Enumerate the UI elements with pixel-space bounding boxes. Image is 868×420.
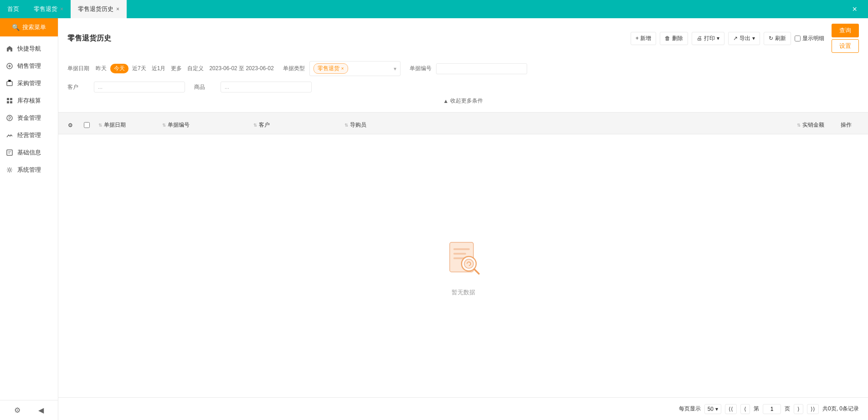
sidebar-item-basic-info[interactable]: 基础信息	[0, 144, 58, 161]
svg-rect-10	[453, 248, 470, 250]
svg-rect-2	[7, 98, 9, 100]
settings-icon[interactable]: ⚙	[14, 406, 21, 415]
voucher-no-label: 单据编号	[410, 65, 432, 72]
sidebar-item-purchase[interactable]: 采购管理	[0, 75, 58, 92]
first-page-button[interactable]: ⟨⟨	[725, 404, 737, 414]
print-icon: 🖨	[697, 35, 702, 41]
voucher-type-tag: 零售退货 ×	[313, 63, 348, 74]
goods-select[interactable]: ...	[221, 82, 312, 92]
next-page-button[interactable]: ⟩	[794, 404, 803, 414]
operation-icon	[5, 131, 14, 139]
export-button[interactable]: ↗ 导出 ▾	[728, 32, 760, 45]
date-option-more[interactable]: 更多	[169, 64, 184, 73]
customer-select[interactable]: ...	[94, 82, 185, 92]
sidebar-item-inventory[interactable]: 库存核算	[0, 92, 58, 109]
select-all-checkbox[interactable]	[84, 122, 90, 128]
voucher-no-filter: 单据编号	[410, 63, 527, 74]
page-size-dropdown-icon: ▾	[715, 406, 718, 412]
search-icon: 🔍	[12, 24, 20, 31]
close-tab-retail-return-history[interactable]: ×	[116, 6, 119, 12]
finance-icon	[5, 114, 14, 122]
sidebar-search[interactable]: 🔍 搜索菜单	[0, 18, 58, 36]
setting-button[interactable]: 设置	[832, 39, 859, 53]
top-bar: 首页 零售退货 × 零售退货历史 × ×	[0, 0, 868, 18]
svg-rect-11	[453, 253, 466, 255]
date-filter: 单据日期 昨天 今天 近7天 近1月 更多 自定义 2023-06-02 至 2…	[67, 64, 274, 73]
date-option-yesterday[interactable]: 昨天	[94, 64, 108, 73]
empty-text: 暂无数据	[452, 288, 475, 297]
query-button[interactable]: 查询	[832, 24, 859, 37]
th-operation: 操作	[828, 121, 864, 129]
voucher-type-label: 单据类型	[283, 65, 306, 72]
last-page-button[interactable]: ⟩⟩	[807, 404, 819, 414]
date-option-custom[interactable]: 自定义	[185, 64, 205, 73]
print-button[interactable]: 🖨 打印 ▾	[692, 32, 724, 45]
prev-page-button[interactable]: ⟨	[740, 404, 750, 414]
voucher-type-filter: 单据类型 零售退货 × ▾	[283, 61, 401, 76]
delete-button[interactable]: 🗑 删除	[660, 32, 688, 45]
th-amount[interactable]: ⇅ 实销金额	[432, 121, 828, 129]
th-settings[interactable]: ⚙	[62, 122, 78, 128]
new-button[interactable]: + 新增	[631, 32, 656, 45]
svg-rect-3	[10, 98, 12, 100]
content-area: 零售退货历史 + 新增 🗑 删除 🖨 打印 ▾ ↗ 导出	[58, 18, 868, 420]
th-customer[interactable]: ⇅ 客户	[250, 121, 341, 129]
th-date[interactable]: ⇅ 单据日期	[95, 121, 159, 129]
volume-icon[interactable]: ◀	[38, 406, 44, 415]
sidebar-nav: 快捷导航 销售管理 采购管理 库存核算	[0, 36, 58, 400]
voucher-type-dropdown-icon: ▾	[394, 66, 396, 72]
svg-rect-7	[7, 150, 12, 155]
page-number-input[interactable]	[763, 404, 781, 414]
filter-area: 单据日期 昨天 今天 近7天 近1月 更多 自定义 2023-06-02 至 2…	[67, 58, 859, 112]
refresh-button[interactable]: ↻ 刷新	[764, 32, 791, 45]
page-title-row: 零售退货历史 + 新增 🗑 删除 🖨 打印 ▾ ↗ 导出	[67, 24, 859, 53]
window-close-button[interactable]: ×	[848, 3, 861, 16]
pagination: 每页显示 50 ▾ ⟨⟨ ⟨ 第 页 ⟩ ⟩⟩ 共0页, 0条记录	[58, 397, 868, 420]
collapse-more-button[interactable]: ▲ 收起更多条件	[67, 95, 859, 108]
svg-rect-5	[10, 101, 12, 103]
main-layout: 🔍 搜索菜单 快捷导航 销售管理 采购管理	[0, 18, 868, 420]
tab-retail-return[interactable]: 零售退货 ×	[26, 0, 71, 18]
empty-illustration	[441, 236, 486, 283]
sidebar-item-operation[interactable]: 经营管理	[0, 127, 58, 144]
date-filter-label: 单据日期	[67, 65, 90, 72]
th-guide[interactable]: ⇅ 导购员	[341, 121, 432, 129]
page-jump-label: 第	[754, 405, 759, 413]
show-detail-checkbox[interactable]	[795, 36, 801, 41]
date-option-1month[interactable]: 近1月	[150, 64, 168, 73]
table-settings-icon[interactable]: ⚙	[68, 122, 73, 128]
filter-row-1: 单据日期 昨天 今天 近7天 近1月 更多 自定义 2023-06-02 至 2…	[67, 58, 859, 79]
svg-rect-4	[7, 101, 9, 103]
date-option-today[interactable]: 今天	[110, 64, 128, 73]
voucher-type-select[interactable]: 零售退货 × ▾	[309, 61, 401, 76]
customer-label: 客户	[67, 83, 90, 91]
close-tab-retail-return[interactable]: ×	[60, 6, 63, 12]
svg-point-8	[9, 169, 11, 171]
sidebar-item-sales[interactable]: 销售管理	[0, 57, 58, 75]
page-size-select[interactable]: 50 ▾	[704, 404, 721, 414]
sort-icon-customer: ⇅	[253, 123, 257, 128]
sort-icon-date: ⇅	[98, 123, 102, 128]
goods-label: 商品	[194, 83, 217, 91]
th-check[interactable]	[78, 122, 95, 128]
page-header: 零售退货历史 + 新增 🗑 删除 🖨 打印 ▾ ↗ 导出	[58, 18, 868, 113]
voucher-no-input[interactable]	[436, 63, 527, 74]
system-icon	[5, 166, 14, 174]
print-dropdown-icon: ▾	[717, 35, 719, 41]
th-voucher[interactable]: ⇅ 单据编号	[159, 121, 250, 129]
svg-point-14	[464, 259, 473, 268]
tab-list: 首页 零售退货 × 零售退货历史 ×	[0, 0, 848, 18]
basic-info-icon	[5, 149, 14, 157]
date-option-7days[interactable]: 近7天	[130, 64, 148, 73]
tab-home[interactable]: 首页	[0, 0, 26, 18]
voucher-type-tag-close[interactable]: ×	[341, 66, 344, 71]
tab-retail-return-history[interactable]: 零售退货历史 ×	[71, 0, 127, 18]
total-label: 共0页, 0条记录	[822, 405, 859, 413]
table-header: ⚙ ⇅ 单据日期 ⇅ 单据编号 ⇅ 客户 ⇅	[58, 116, 868, 134]
svg-line-15	[474, 269, 479, 274]
export-dropdown-icon: ▾	[752, 35, 755, 41]
sidebar-item-finance[interactable]: 资金管理	[0, 109, 58, 127]
show-detail-checkbox-label[interactable]: 显示明细	[795, 35, 824, 42]
sidebar-item-quick-nav[interactable]: 快捷导航	[0, 40, 58, 57]
sidebar-item-system[interactable]: 系统管理	[0, 161, 58, 179]
